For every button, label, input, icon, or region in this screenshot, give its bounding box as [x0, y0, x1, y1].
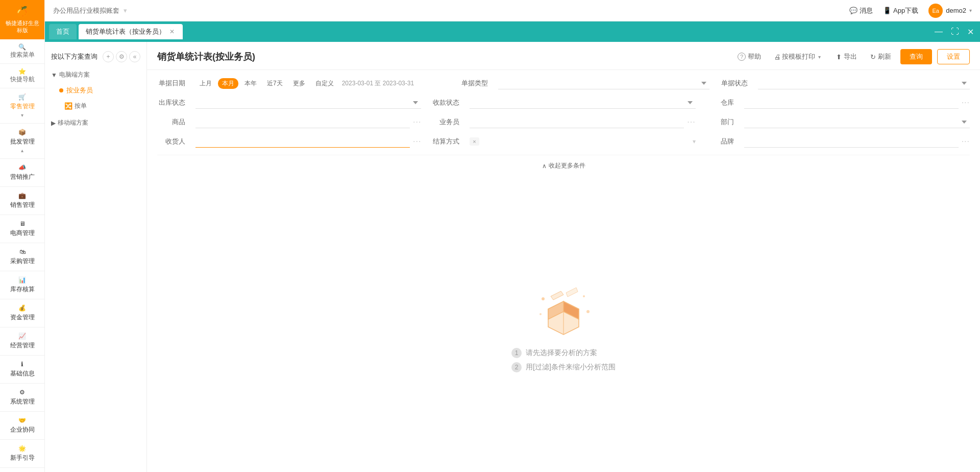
sidebar-search-item[interactable]: 🔍 搜索菜单: [0, 39, 44, 64]
sidebar-item-retail[interactable]: 🛒 零售管理 ▾: [0, 88, 44, 124]
sidebar-item-label: 系统管理: [10, 397, 35, 406]
settings-scheme-button[interactable]: ⚙: [116, 51, 127, 62]
warehouse-input[interactable]: [744, 97, 959, 109]
collapse-label: 收起更多条件: [549, 161, 585, 170]
sidebar-item-corp[interactable]: 🤝 企业协同: [0, 412, 44, 440]
sidebar-item-appstore[interactable]: 🔲 应用中心: [0, 468, 44, 472]
sidebar-item-finance[interactable]: 💰 资金管理: [0, 299, 44, 327]
left-panel: 按以下方案查询 + ⚙ « ▼ 电脑端方案 按业务员 🔀: [45, 42, 147, 472]
order-icon: 🔀: [64, 102, 72, 110]
date-pill-last-month[interactable]: 上月: [195, 78, 216, 89]
date-range-display: 2023-03-01 至 2023-03-31: [342, 79, 414, 88]
query-button[interactable]: 查询: [900, 49, 932, 64]
breadcrumb: 办公用品行业模拟账套: [53, 6, 119, 15]
export-button[interactable]: ⬆ 导出: [832, 50, 861, 63]
sidebar-item-operations[interactable]: 📈 经营管理: [0, 327, 44, 356]
date-pill-custom[interactable]: 自定义: [311, 78, 338, 89]
filter-area: 单据日期 上月 本月 本年 近7天 更多 自定义 2023-03-01 至 20…: [147, 70, 980, 183]
chevron-down-icon: ▾: [21, 112, 23, 118]
recipient-input[interactable]: [195, 135, 410, 148]
sidebar-logo[interactable]: 🍊 畅捷通好生意标版: [0, 0, 44, 39]
collapse-panel-button[interactable]: «: [129, 51, 140, 62]
sidebar-item-purchase[interactable]: 🛍 采购管理: [0, 243, 44, 271]
close-tab-icon[interactable]: ✕: [168, 28, 176, 35]
sidebar-item-marketing[interactable]: 📣 营销推广: [0, 159, 44, 187]
system-icon: ⚙: [19, 389, 25, 396]
date-pills: 上月 本月 本年 近7天 更多 自定义 2023-03-01 至 2023-03…: [195, 78, 414, 89]
date-pill-this-year[interactable]: 本年: [240, 78, 261, 89]
date-pill-more[interactable]: 更多: [289, 78, 309, 89]
retail-icon: 🛒: [18, 93, 26, 101]
staff-input[interactable]: [470, 116, 684, 128]
sidebar-item-label: 批发管理: [10, 137, 35, 146]
message-icon: 💬: [849, 7, 857, 14]
filter-row-2: 出库状态 收款状态 仓库 ···: [157, 97, 970, 109]
doc-type-select[interactable]: [498, 77, 710, 89]
sidebar-item-system[interactable]: ⚙ 系统管理: [0, 384, 44, 412]
close-window-button[interactable]: ✕: [965, 25, 976, 39]
payment-dropdown-icon[interactable]: ▾: [693, 138, 696, 145]
sidebar-quick-nav-item[interactable]: ⭐ 快捷导航: [0, 64, 44, 88]
date-pill-last-7-days[interactable]: 近7天: [263, 78, 287, 89]
wholesale-icon: 📦: [18, 129, 26, 136]
topbar-right: 💬 消息 📱 App下载 Ea demo2 ▾: [849, 4, 972, 18]
download-icon: 📱: [883, 7, 891, 14]
payment-clear-button[interactable]: ×: [473, 138, 476, 145]
logo-text: 畅捷通好生意标版: [3, 19, 41, 34]
scheme-sub-item-by-order[interactable]: 🔀 按单: [45, 99, 146, 113]
print-dropdown-arrow[interactable]: ▾: [816, 53, 823, 61]
sidebar-item-newguide[interactable]: 🌟 新手引导: [0, 440, 44, 468]
user-menu-button[interactable]: Ea demo2 ▾: [928, 4, 972, 18]
ecommerce-icon: 🖥: [19, 220, 26, 227]
brand-input[interactable]: [744, 135, 959, 148]
app-download-button[interactable]: 📱 App下载: [883, 6, 918, 15]
inventory-icon: 📊: [18, 276, 26, 284]
scheme-group-desktop-title[interactable]: ▼ 电脑端方案: [45, 67, 146, 82]
sales-stat-tab-label: 销货单统计表（按业务员）: [86, 27, 165, 36]
sidebar-item-label: 销售管理: [10, 201, 35, 209]
scheme-item-by-staff[interactable]: 按业务员: [45, 82, 146, 99]
tab-home[interactable]: 首页: [49, 24, 77, 39]
tab-sales-stat[interactable]: 销货单统计表（按业务员） ✕: [79, 24, 183, 39]
goods-input[interactable]: [195, 116, 410, 128]
settings-button[interactable]: 设置: [937, 49, 970, 64]
date-pill-this-month[interactable]: 本月: [218, 78, 238, 89]
left-panel-header: 按以下方案查询 + ⚙ «: [45, 47, 146, 66]
app-download-label: App下载: [893, 6, 918, 15]
help-icon: ?: [738, 53, 746, 61]
sidebar-item-label: 基础信息: [10, 369, 35, 378]
tip-num-1: 1: [511, 348, 522, 358]
goods-dots[interactable]: ···: [413, 117, 421, 127]
refresh-button[interactable]: ↻ 刷新: [866, 50, 895, 63]
sidebar-item-basic[interactable]: ℹ 基础信息: [0, 356, 44, 384]
doc-status-select[interactable]: [758, 77, 970, 89]
out-status-select[interactable]: [195, 97, 421, 109]
empty-tip-2: 2 用[过滤]条件来缩小分析范围: [511, 362, 616, 372]
maximize-window-button[interactable]: ⛶: [949, 25, 961, 39]
warehouse-dots[interactable]: ···: [962, 98, 970, 107]
template-print-button[interactable]: 🖨 按模板打印 ▾: [770, 50, 827, 63]
message-button[interactable]: 💬 消息: [849, 6, 873, 15]
collapse-icon: ∧: [542, 162, 547, 170]
sidebar-item-label: 营销推广: [10, 173, 35, 181]
help-button[interactable]: ? 帮助: [733, 50, 765, 63]
svg-point-6: [540, 313, 542, 315]
sidebar-item-inventory[interactable]: 📊 库存核算: [0, 271, 44, 299]
refresh-icon: ↻: [870, 53, 876, 61]
scheme-group-mobile-title[interactable]: ▶ 移动端方案: [45, 115, 146, 130]
recipient-dots[interactable]: ···: [413, 137, 421, 146]
dept-select[interactable]: [744, 116, 970, 128]
payment-label: 结算方式: [431, 137, 459, 146]
sidebar-item-ecommerce[interactable]: 🖥 电商管理: [0, 215, 44, 243]
sidebar-item-label: 资金管理: [10, 313, 35, 322]
minimize-window-button[interactable]: —: [933, 25, 945, 39]
brand-dots[interactable]: ···: [962, 137, 970, 146]
brand-label: 品牌: [706, 137, 734, 146]
recv-status-select[interactable]: [470, 97, 695, 109]
add-scheme-button[interactable]: +: [103, 51, 114, 62]
sidebar-item-wholesale[interactable]: 📦 批发管理 ▴: [0, 124, 44, 159]
staff-dots[interactable]: ···: [687, 117, 695, 127]
collapse-button[interactable]: ∧ 收起更多条件: [536, 159, 592, 172]
sidebar-item-sales[interactable]: 💼 销售管理: [0, 187, 44, 215]
dept-field: [744, 116, 970, 128]
